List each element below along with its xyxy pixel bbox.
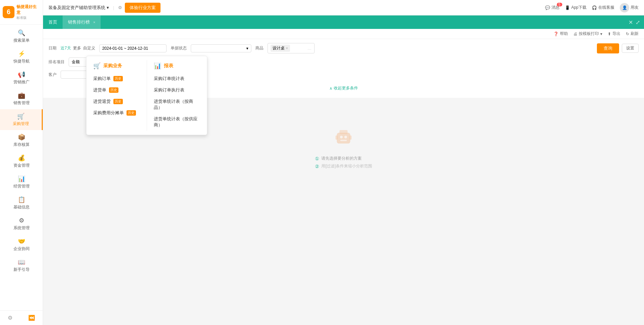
empty-illustration — [330, 125, 357, 152]
dropdown-item-采购费用分摊单[interactable]: 采购费用分摊单历史 — [91, 107, 143, 119]
date-7days[interactable]: 近7天 — [61, 45, 71, 51]
svg-point-2 — [340, 136, 343, 138]
dropdown-item-采购订单统计表[interactable]: 采购订单统计表 — [151, 73, 203, 84]
message-icon: 💬 — [545, 5, 550, 10]
tab-sales-rank[interactable]: 销售排行榜 × — [63, 15, 101, 29]
online-service-label: 在线客服 — [598, 5, 614, 10]
main-area: 装备及固定资产辅助管理系统 ▾ | ⚙ 体验行业方案 💬 消息 5 📱 App下… — [43, 0, 644, 325]
sidebar-item-搜索菜单[interactable]: 🔍搜索菜单 — [0, 26, 43, 47]
goods-input[interactable]: 设计桌 × … — [267, 43, 315, 53]
sidebar-item-企业协同[interactable]: 🤝企业协同 — [0, 234, 43, 255]
chevron-down-icon: ▾ — [107, 5, 109, 10]
tabbar-actions: ✕ ⤢ — [629, 19, 644, 26]
phone-icon: 📱 — [565, 5, 570, 10]
logo-title: 畅捷通好生意 — [16, 4, 40, 15]
dropdown-menu: 🛒 采购业务 采购订单历史进货单历史进货退货历史采购费用分摊单历史 📊 报表 采… — [86, 56, 207, 135]
tabbar: 首页 销售排行榜 × ✕ ⤢ — [43, 15, 644, 29]
tip-icon-2: ② — [315, 164, 319, 169]
online-service-btn[interactable]: 🎧 在线客服 — [592, 5, 614, 10]
date-range-input[interactable]: 2024-01-01 ~ 2024-12-31 — [99, 44, 167, 52]
message-btn[interactable]: 💬 消息 5 — [545, 5, 560, 10]
help-btn[interactable]: ❓ 帮助 — [553, 31, 568, 37]
sidebar-item-采购管理[interactable]: 🛒采购管理 — [0, 109, 43, 130]
logo-icon: 6 — [3, 6, 14, 18]
goods-tag: 设计桌 × — [271, 45, 290, 52]
dropdown-col1-title: 采购业务 — [103, 63, 122, 69]
dropdown-col2-header: 📊 报表 — [151, 60, 203, 73]
query-actions: 查询 设置 — [597, 43, 639, 53]
empty-tip-2: 用[过滤]条件来缩小分析范围 — [321, 163, 372, 169]
avatar: 👤 — [620, 3, 629, 12]
refresh-label: 刷新 — [631, 31, 639, 37]
sidebar-item-快捷导航[interactable]: ⚡快捷导航 — [0, 47, 43, 68]
rank-label: 排名项目 — [48, 59, 65, 65]
settings-icon[interactable]: ⚙ — [118, 5, 122, 10]
home-tab-label: 首页 — [48, 19, 57, 25]
sidebar-item-资金管理[interactable]: 💰资金管理 — [0, 151, 43, 172]
app-download-btn[interactable]: 📱 App下载 — [565, 5, 586, 10]
date-range-value: 2024-01-01 ~ 2024-12-31 — [102, 46, 148, 51]
topbar-icons: 💬 消息 5 📱 App下载 🎧 在线客服 👤 用友 — [545, 3, 639, 12]
app-download-label: App下载 — [571, 5, 586, 10]
collapse-sidebar-icon[interactable]: ⏪ — [28, 315, 35, 321]
collapse-label: 收起更多条件 — [334, 85, 358, 91]
export-btn[interactable]: ⬆ 导出 — [608, 31, 620, 37]
close-tab-icon[interactable]: ✕ — [629, 19, 633, 26]
question-icon: ❓ — [553, 32, 559, 36]
industry-btn[interactable]: 体验行业方案 — [125, 3, 160, 13]
customer-label: 客户 — [48, 72, 57, 78]
sidebar-item-新手引导[interactable]: 📖新手引导 — [0, 255, 43, 276]
sidebar-footer: ⚙ ⏪ — [0, 310, 43, 325]
purchase-header-icon: 🛒 — [93, 62, 101, 70]
sidebar-item-销售管理[interactable]: 💼销售管理 — [0, 88, 43, 109]
dropdown-item-采购订单[interactable]: 采购订单历史 — [91, 73, 143, 84]
dropdown-col2-title: 报表 — [164, 63, 173, 69]
help-bar: ❓ 帮助 🖨 按模板打印 ▾ ⬆ 导出 ↻ 刷新 — [43, 29, 644, 39]
sidebar-item-营销推广[interactable]: 📢营销推广 — [0, 68, 43, 88]
date-custom[interactable]: 自定义 — [83, 45, 95, 51]
report-header-icon: 📊 — [154, 62, 161, 70]
collapse-btn[interactable]: ∧ 收起更多条件 — [329, 85, 358, 91]
empty-tip-1: 请先选择要分析的方案 — [321, 156, 362, 161]
dropdown-item-进货单统计表（按供应商）[interactable]: 进货单统计表（按供应商） — [151, 113, 203, 131]
settings-icon[interactable]: ⚙ — [8, 315, 12, 321]
svg-rect-0 — [337, 133, 350, 144]
topbar: 装备及固定资产辅助管理系统 ▾ | ⚙ 体验行业方案 💬 消息 5 📱 App下… — [43, 0, 644, 15]
system-title-dropdown[interactable]: 装备及固定资产辅助管理系统 ▾ — [48, 5, 109, 11]
rank-value: 金额 — [72, 59, 80, 65]
doc-status-label: 单据状态 — [171, 45, 187, 51]
logo-subtitle: 标准版 — [16, 15, 40, 20]
dropdown-item-进货退货[interactable]: 进货退货历史 — [91, 96, 143, 107]
collapse-icon: ∧ — [329, 86, 332, 91]
svg-rect-5 — [335, 135, 337, 140]
print-icon: 🖨 — [573, 32, 577, 36]
dropdown-item-进货单统计表（按商品）[interactable]: 进货单统计表（按商品） — [151, 96, 203, 113]
chevron-down-icon: ▾ — [246, 46, 248, 51]
sidebar-nav: 🔍搜索菜单⚡快捷导航📢营销推广💼销售管理🛒采购管理📦库存核算💰资金管理📊经营管理… — [0, 25, 43, 310]
goods-tag-close[interactable]: × — [286, 46, 288, 50]
print-btn[interactable]: 🖨 按模板打印 ▾ — [573, 31, 602, 37]
sales-rank-tab-label: 销售排行榜 — [68, 19, 90, 25]
svg-rect-6 — [350, 135, 352, 140]
svg-point-3 — [344, 136, 347, 138]
sidebar-item-基础信息[interactable]: 📋基础信息 — [0, 193, 43, 213]
user-btn[interactable]: 👤 用友 — [620, 3, 639, 12]
svg-rect-4 — [340, 140, 347, 141]
refresh-btn[interactable]: ↻ 刷新 — [626, 31, 639, 37]
fullscreen-icon[interactable]: ⤢ — [636, 19, 640, 26]
tab-home[interactable]: 首页 — [43, 15, 63, 29]
sidebar-item-库存核算[interactable]: 📦库存核算 — [0, 130, 43, 151]
dropdown-item-采购订单执行表[interactable]: 采购订单执行表 — [151, 84, 203, 96]
svg-rect-1 — [339, 130, 348, 134]
sidebar-item-系统管理[interactable]: ⚙系统管理 — [0, 213, 43, 234]
tab-close-icon[interactable]: × — [93, 20, 95, 24]
date-label: 日期 — [48, 45, 57, 51]
settings-btn[interactable]: 设置 — [622, 44, 639, 53]
sidebar: 6 畅捷通好生意 标准版 🔍搜索菜单⚡快捷导航📢营销推广💼销售管理🛒采购管理📦库… — [0, 0, 43, 325]
dropdown-item-进货单[interactable]: 进货单历史 — [91, 84, 143, 96]
sidebar-item-经营管理[interactable]: 📊经营管理 — [0, 172, 43, 193]
dropdown-col-purchase: 🛒 采购业务 采购订单历史进货单历史进货退货历史采购费用分摊单历史 — [86, 60, 147, 131]
app-logo: 6 畅捷通好生意 标准版 — [0, 0, 43, 25]
doc-status-select[interactable]: ▾ — [191, 44, 251, 52]
query-btn[interactable]: 查询 — [597, 43, 619, 53]
